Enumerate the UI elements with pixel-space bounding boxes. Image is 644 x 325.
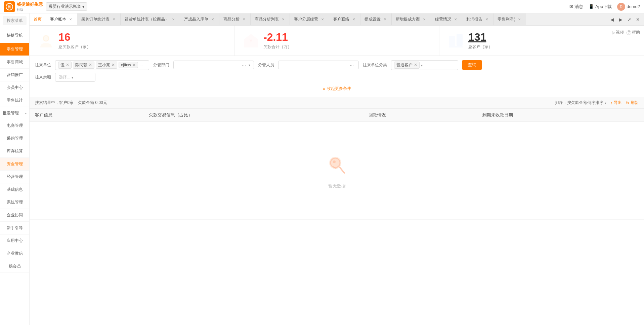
tab-maximize-btn[interactable]: ⤢ [625,16,633,23]
tab-purchase-stats-close[interactable]: ✕ [171,17,176,22]
sidebar-item-enterprise-wechat[interactable]: 企业微信 [0,247,29,260]
export-icon: ↑ [610,101,612,105]
tab-purchase-order[interactable]: 采购订单统计表 ✕ [77,13,121,26]
sidebar-item-new-guide[interactable]: 新手引导 [0,222,29,234]
tab-new-promotion-plan-close[interactable]: ✕ [422,17,427,22]
quick-nav-btn[interactable]: 快捷导航 [3,31,27,40]
tab-customer-contact-close[interactable]: ✕ [351,17,356,22]
tab-goods-analysis[interactable]: 商品分析 ✕ [219,13,251,26]
tab-retail-profit-close[interactable]: ✕ [517,17,522,22]
tab-customer-book[interactable]: 客户账本 ✕ [46,13,77,26]
tab-home[interactable]: 首页 [30,13,46,26]
sidebar-item-app-center[interactable]: 应用中心 [0,234,29,247]
sidebar: 搜索菜单 快捷导航 零售管理 零售商城 营销推广 会员中心 零售统计 批发管理 … [0,13,30,325]
collapse-arrow-icon: ∧ [323,86,326,91]
export-btn[interactable]: ↑ 导出 [610,100,622,106]
tag-cjttcw-close[interactable]: ✕ [132,63,136,67]
logo-area: 畅 畅捷通好生意 标版 [4,1,43,12]
tag-unit-cjttcw: cjttcw ✕ [119,62,138,68]
sidebar-item-label: 采购管理 [1,136,28,141]
sidebar-item-label: 批发管理 [3,110,19,116]
tab-new-promotion-plan[interactable]: 新增提成方案 ✕ [392,13,431,26]
video-help-btn[interactable]: ▷ 视频 [612,30,624,35]
tab-retail-profit-label: 零售利润( [498,16,515,22]
tab-purchase-stats[interactable]: 进货单统计表（按商品） ✕ [121,13,180,26]
sidebar-item-member[interactable]: 会员中心 [0,81,29,94]
dept-filter-select[interactable]: ··· [173,61,254,69]
tab-scroll-right-btn[interactable]: ▶ [617,16,625,23]
tag-wang-close[interactable]: ✕ [112,63,115,67]
unit-class-filter-label: 往来单位分类 [363,62,387,68]
workspace-selector[interactable]: 母婴行业演示帐套 ▾ [46,2,87,11]
sidebar-item-label: 畅会员 [1,263,28,269]
sidebar-item-enterprise-coop[interactable]: 企业协同 [0,209,29,222]
balance-filter-select[interactable]: 选择... [55,73,95,82]
tab-operation-status-close[interactable]: ✕ [453,17,458,22]
total-customers-icon [447,32,464,49]
tag-wu-close[interactable]: ✕ [66,63,69,67]
empty-illustration [324,152,350,179]
sidebar-item-basic-info[interactable]: 基础信息 [0,183,29,196]
tab-goods-analysis-list[interactable]: 商品分析列表 ✕ [251,13,290,26]
sidebar-search-area: 搜索菜单 [0,13,29,28]
tag-chen-close[interactable]: ✕ [89,63,92,67]
tab-goods-analysis-close[interactable]: ✕ [242,17,246,22]
tag-ordinary-close[interactable]: ✕ [414,63,417,67]
tab-goods-analysis-list-close[interactable]: ✕ [281,17,286,22]
stat-item-amount: ¥ -2.11 欠款合计（万） [234,26,439,56]
tab-cost-entry[interactable]: 产成品入库单 ✕ [180,13,219,26]
search-result-bar: 搜索结果中，客户0家 欠款金额 0.00元 排序：按欠款金额倒序排序 ↑ 导出 [30,97,644,109]
sidebar-item-vip-member[interactable]: 畅会员 [0,260,29,273]
sidebar-item-retail-mall[interactable]: 零售商城 [0,56,29,69]
unit-filter-tags[interactable]: 伍 ✕ 陈民强 ✕ 王小亮 ✕ cjttcw ✕ [55,60,149,70]
sort-label: 排序：按欠款金额倒序排序 [555,100,603,106]
sidebar-item-system[interactable]: 系统管理 [0,196,29,209]
tab-promotion-settings-close[interactable]: ✕ [383,17,387,22]
tab-close-all-btn[interactable]: ✕ [634,16,642,23]
doc-help-btn[interactable]: ? 帮助 [627,30,640,35]
messages-btn[interactable]: ✉ 消息 [569,4,583,10]
sidebar-item-operation[interactable]: 经营管理 [0,171,29,183]
tab-profit-report-close[interactable]: ✕ [484,17,489,22]
tab-customer-contact-label: 客户联络 [333,16,349,22]
sort-selector[interactable]: 排序：按欠款金额倒序排序 [555,100,606,106]
sidebar-item-retail-mgmt[interactable]: 零售管理 [0,43,29,56]
collapse-btn[interactable]: ∧ 收起更多条件 [35,84,639,93]
sidebar-item-label: 营销推广 [1,72,28,78]
stat-item-total-customers: 131 总客户（家） ▷ 视频 ? 帮助 [439,26,644,56]
unit-more-btn[interactable]: ... [139,63,143,67]
tab-scroll-left-btn[interactable]: ◀ [608,16,616,23]
sidebar-item-marketing[interactable]: 营销推广 [0,69,29,81]
query-btn[interactable]: 查询 [462,60,482,70]
app-download-btn[interactable]: 📱 App下载 [589,4,612,10]
sidebar-search-btn[interactable]: 搜索菜单 [3,16,27,25]
unit-class-filter[interactable]: 普通客户 ✕ [391,60,458,70]
tab-customer-contact[interactable]: 客户联络 ✕ [329,13,360,26]
tab-customer-tier-close[interactable]: ✕ [320,17,325,22]
sort-chevron-icon [605,101,606,105]
tab-purchase-order-close[interactable]: ✕ [112,17,116,22]
stat-item-customers: 16 总欠款客户（家） [30,26,234,56]
sidebar-item-purchase[interactable]: 采购管理 [0,132,29,145]
empty-state: 暂无数据 [35,125,639,216]
tab-promotion-settings[interactable]: 提成设置 ✕ [360,13,392,26]
person-filter-select[interactable]: ··· [278,61,359,69]
sidebar-item-retail-stats[interactable]: 零售统计 [0,94,29,107]
tab-customer-tier[interactable]: 客户分层经营 ✕ [290,13,329,26]
tab-cost-entry-close[interactable]: ✕ [210,17,215,22]
sidebar-item-label: 零售统计 [1,98,28,103]
tab-retail-profit[interactable]: 零售利润( ✕ [493,13,526,26]
stat1-label: 总欠款客户（家） [58,44,226,50]
refresh-btn[interactable]: ↻ 刷新 [626,100,639,106]
sidebar-item-ecommerce[interactable]: 电商管理 [0,119,29,132]
sidebar-item-label: 经营管理 [1,174,28,180]
tab-operation-status[interactable]: 经营情况 ✕ [431,13,462,26]
tab-profit-report[interactable]: 利润报告 ✕ [462,13,493,26]
sidebar-item-finance[interactable]: 资金管理 [0,158,29,171]
dept-dots[interactable]: ··· [242,62,246,68]
person-dots[interactable]: ··· [350,62,354,68]
sidebar-item-inventory[interactable]: 库存核算 [0,145,29,158]
tab-customer-book-close[interactable]: ✕ [68,17,73,22]
user-avatar-btn[interactable]: D demo2 [617,3,640,11]
sidebar-item-wholesale-mgmt[interactable]: 批发管理 ▸ [0,107,29,119]
